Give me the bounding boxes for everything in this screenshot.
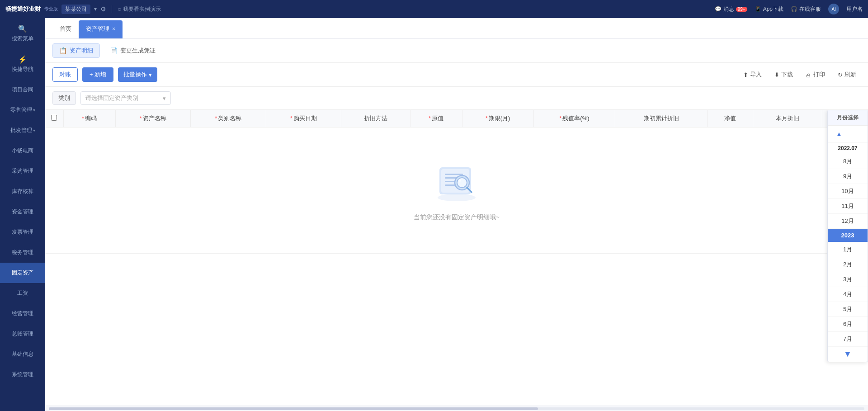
sidebar-item-general[interactable]: 总账管理 — [0, 324, 45, 344]
month-item-6[interactable]: 6月 — [828, 317, 868, 332]
toolbar: 对账 + 新增 批量操作 ▾ ⬆ 导入 ⬇ 下载 — [45, 63, 868, 87]
content-footer — [45, 406, 868, 411]
th-original-value: 原值 — [410, 110, 462, 128]
company-dropdown-arrow[interactable]: ▾ — [94, 6, 97, 12]
sub-tab-change-voucher[interactable]: 📄 变更生成凭证 — [104, 44, 162, 57]
table-container: 编码 资产名称 类别名称 购买日期 折旧方法 原值 期限(月) 残值率(%) 期… — [45, 110, 868, 406]
tab-bar: 首页 资产管理 × — [45, 18, 868, 39]
online-service-button[interactable]: 🎧 在线客服 — [791, 5, 821, 13]
empty-illustration — [429, 159, 484, 204]
chevron-down-icon: ▾ — [33, 108, 35, 113]
download-button[interactable]: ⬇ 下载 — [770, 68, 797, 81]
month-item-11[interactable]: 11月 — [828, 199, 868, 214]
sidebar-item-retail[interactable]: 零售管理 ▾ — [0, 100, 45, 120]
sidebar-item-ecom[interactable]: 小畅电商 — [0, 141, 45, 161]
category-label: 类别 — [52, 91, 76, 105]
month-list: 8月 9月 10月 11月 12月 2023 1月 2月 3月 4月 5月 6月… — [828, 154, 868, 347]
th-accumulated-depreciation: 期初累计折旧 — [615, 110, 708, 128]
select-all-checkbox[interactable] — [51, 115, 57, 121]
month-item-2[interactable]: 2月 — [828, 257, 868, 272]
th-asset-name: 资产名称 — [115, 110, 191, 128]
page-content: 📋 资产明细 📄 变更生成凭证 对账 + 新增 批量操作 ▾ — [45, 39, 868, 411]
month-next-button[interactable]: ▼ — [844, 350, 852, 359]
headset-icon: 🎧 — [791, 6, 797, 12]
sidebar-item-invoice[interactable]: 发票管理 — [0, 222, 45, 242]
nav-icon: ⚡ — [18, 55, 27, 64]
filter-row: 类别 请选择固定资产类别 ▾ — [45, 87, 868, 110]
sub-tab-asset-detail[interactable]: 📋 资产明细 — [52, 43, 100, 58]
print-icon: 🖨 — [806, 71, 811, 78]
sidebar-item-search[interactable]: 🔍 搜索菜单 — [0, 18, 45, 49]
sidebar-item-wholesale[interactable]: 批发管理 ▾ — [0, 120, 45, 141]
th-category-name: 类别名称 — [191, 110, 266, 128]
month-prev-button[interactable]: ▲ — [831, 128, 847, 140]
user-name[interactable]: 用户名 — [846, 5, 863, 13]
month-item-12[interactable]: 12月 — [828, 214, 868, 229]
sidebar-item-salary[interactable]: 工资 — [0, 283, 45, 303]
th-monthly-depreciation: 本月折旧 — [753, 110, 822, 128]
content-area: 首页 资产管理 × 📋 资产明细 📄 变更生成凭证 — [45, 18, 868, 411]
sidebar-item-tax[interactable]: 税务管理 — [0, 242, 45, 263]
month-item-5[interactable]: 5月 — [828, 302, 868, 317]
refresh-icon: ↻ — [838, 71, 843, 78]
sidebar-item-project[interactable]: 项目合同 — [0, 80, 45, 100]
message-icon: 💬 — [715, 6, 722, 12]
month-item-8[interactable]: 8月 — [828, 154, 868, 169]
svg-point-0 — [438, 194, 476, 201]
add-button[interactable]: + 新增 — [82, 67, 113, 82]
print-button[interactable]: 🖨 打印 — [801, 68, 830, 81]
sidebar-item-inventory[interactable]: 库存核算 — [0, 181, 45, 202]
month-item-year-2023[interactable]: 2023 — [828, 229, 868, 242]
svg-rect-3 — [445, 174, 463, 175]
th-period-months: 期限(月) — [462, 110, 533, 128]
tablet-icon: 📱 — [755, 6, 761, 12]
document-icon: 📋 — [59, 47, 67, 54]
sidebar-item-basic[interactable]: 基础信息 — [0, 344, 45, 364]
th-residual-rate: 残值率(%) — [533, 110, 615, 128]
horizontal-scrollbar[interactable] — [49, 407, 864, 410]
month-panel-year: 2022.07 — [828, 142, 868, 154]
th-code: 编码 — [63, 110, 115, 128]
sidebar-item-finance[interactable]: 资金管理 — [0, 202, 45, 222]
month-item-4[interactable]: 4月 — [828, 287, 868, 302]
scroll-thumb — [49, 407, 538, 410]
sidebar-item-quicknav[interactable]: ⚡ 快捷导航 — [0, 49, 45, 80]
batch-button[interactable]: 批量操作 ▾ — [118, 67, 157, 82]
settings-icon[interactable]: ⚙ — [100, 5, 106, 13]
month-panel-footer: ▼ — [828, 347, 868, 362]
company-select[interactable]: 某某公司 — [61, 5, 90, 14]
app-download-button[interactable]: 📱 App下载 — [755, 5, 783, 13]
import-icon: ⬆ — [743, 71, 748, 78]
batch-arrow-icon: ▾ — [149, 71, 152, 78]
sidebar-item-purchase[interactable]: 采购管理 — [0, 161, 45, 181]
top-bar: 畅捷通好业财 专业版 某某公司 ▾ ⚙ ○ 我要看实例演示 💬 消息 99+ 📱… — [0, 0, 868, 18]
tab-close-icon[interactable]: × — [112, 26, 115, 32]
month-item-9[interactable]: 9月 — [828, 169, 868, 184]
th-net-value: 净值 — [708, 110, 753, 128]
message-button[interactable]: 💬 消息 99+ — [715, 5, 747, 13]
th-purchase-date: 购买日期 — [266, 110, 341, 128]
sidebar-item-system[interactable]: 系统管理 — [0, 364, 45, 385]
top-bar-right: 💬 消息 99+ 📱 App下载 🎧 在线客服 Ai 用户名 — [715, 4, 863, 14]
month-item-10[interactable]: 10月 — [828, 184, 868, 199]
empty-state-cell: 当前您还没有固定资产明细哦~ — [45, 128, 868, 254]
demo-link[interactable]: ○ 我要看实例演示 — [118, 5, 161, 13]
tab-asset-mgmt[interactable]: 资产管理 × — [79, 20, 123, 38]
select-arrow-icon: ▾ — [163, 95, 166, 102]
sidebar-item-fixed-assets[interactable]: 固定资产 — [0, 263, 45, 283]
sub-tab-bar: 📋 资产明细 📄 变更生成凭证 — [45, 39, 868, 63]
reconcile-button[interactable]: 对账 — [52, 67, 78, 82]
month-item-3[interactable]: 3月 — [828, 272, 868, 287]
empty-state: 当前您还没有固定资产明细哦~ — [51, 132, 863, 249]
refresh-button[interactable]: ↻ 刷新 — [833, 68, 861, 81]
category-select[interactable]: 请选择固定资产类别 ▾ — [80, 91, 171, 105]
import-button[interactable]: ⬆ 导入 — [739, 68, 766, 81]
month-item-1[interactable]: 1月 — [828, 242, 868, 257]
month-panel: 月份选择 ▲ 2022.07 8月 9月 10月 11月 12月 2023 1月 — [827, 110, 868, 362]
app-logo: 畅捷通好业财 — [5, 5, 41, 13]
month-item-7[interactable]: 7月 — [828, 332, 868, 347]
sidebar-item-management[interactable]: 经营管理 — [0, 303, 45, 324]
tab-home[interactable]: 首页 — [52, 20, 79, 38]
th-checkbox — [45, 110, 63, 128]
svg-point-8 — [457, 178, 467, 188]
